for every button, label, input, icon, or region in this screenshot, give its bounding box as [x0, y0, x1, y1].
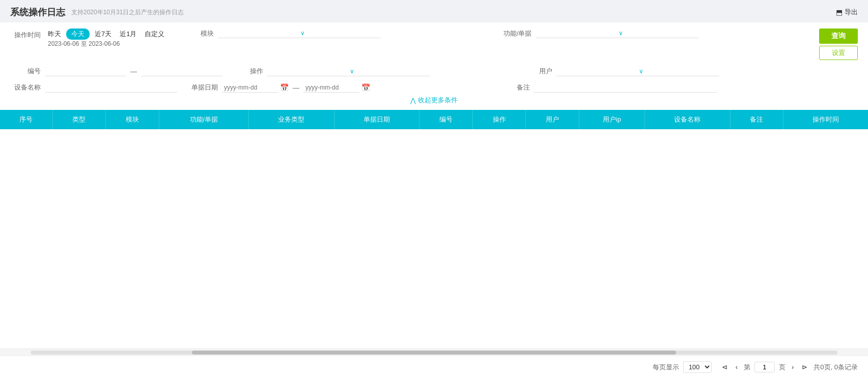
page-size-label: 每页显示	[653, 363, 679, 372]
filter-panel: 操作时间 昨天 今天 近7天 近1月 自定义 2023-06-06 至 2023…	[0, 22, 868, 110]
scrollbar-track	[31, 351, 837, 355]
page-number-input[interactable]	[754, 362, 775, 372]
module-arrow-icon: ∨	[300, 30, 379, 37]
header-left: 系统操作日志 支持2020年10月31日之后产生的操作日志	[10, 6, 184, 18]
pagination-bar: 每页显示 100 50 200 ⊲ ‹ 第 页 › ⊳ 共0页, 0条记录	[0, 356, 868, 378]
table-body	[0, 129, 868, 312]
query-button[interactable]: 查询	[819, 28, 858, 44]
table-header-row: 序号 类型 模块 功能/单据 业务类型 单据日期 编号 操作 用户 用户ip 设…	[0, 110, 868, 129]
time-btn-7days[interactable]: 近7天	[92, 28, 115, 40]
settings-button[interactable]: 设置	[819, 46, 858, 60]
export-icon: ⬒	[836, 8, 843, 16]
time-label: 操作时间	[10, 31, 41, 40]
scrollbar-thumb[interactable]	[192, 351, 676, 355]
collapse-button[interactable]: ⋀ 收起更多条件	[410, 96, 458, 105]
number-label: 编号	[10, 67, 41, 76]
time-btn-1month[interactable]: 近1月	[117, 28, 139, 40]
date-from-calendar-icon[interactable]: 📅	[280, 83, 289, 92]
date-input-group: 📅 — 📅	[222, 83, 370, 93]
page-container: 系统操作日志 支持2020年10月31日之后产生的操作日志 ⬒ 导出 操作时间 …	[0, 0, 868, 378]
scrollbar-area[interactable]	[0, 348, 868, 356]
date-to-calendar-icon[interactable]: 📅	[361, 83, 370, 92]
page-unit: 页	[779, 363, 786, 372]
col-user: 用户	[526, 110, 579, 129]
page-size-select[interactable]: 100 50 200	[683, 361, 712, 373]
operation-select[interactable]: ∨	[267, 67, 430, 76]
col-func: 功能/单据	[159, 110, 248, 129]
col-user-ip: 用户ip	[579, 110, 645, 129]
date-from-input[interactable]	[222, 83, 278, 93]
number-from-input[interactable]	[45, 66, 126, 76]
last-page-button[interactable]: ⊳	[800, 362, 809, 372]
time-btn-custom[interactable]: 自定义	[142, 28, 167, 40]
page-summary: 共0页, 0条记录	[814, 363, 858, 372]
table-container: 序号 类型 模块 功能/单据 业务类型 单据日期 编号 操作 用户 用户ip 设…	[0, 110, 868, 348]
page-title: 系统操作日志	[10, 6, 65, 18]
date-to-input[interactable]	[303, 83, 359, 93]
user-label: 用户	[522, 67, 552, 76]
module-label: 模块	[183, 29, 214, 38]
date-label: 单据日期	[187, 83, 218, 92]
page-header: 系统操作日志 支持2020年10月31日之后产生的操作日志 ⬒ 导出	[0, 0, 868, 22]
col-business-type: 业务类型	[249, 110, 334, 129]
prev-page-button[interactable]: ‹	[734, 362, 740, 372]
collapse-chevron-icon: ⋀	[410, 97, 416, 104]
collapse-label: 收起更多条件	[418, 96, 458, 105]
date-dash: —	[293, 84, 299, 92]
time-btn-today[interactable]: 今天	[66, 28, 90, 40]
operation-label: 操作	[233, 67, 263, 76]
user-select[interactable]: ∨	[556, 67, 719, 76]
col-operation: 操作	[472, 110, 525, 129]
number-range-dash: —	[130, 68, 137, 75]
device-label: 设备名称	[10, 83, 41, 92]
col-type: 类型	[52, 110, 105, 129]
func-label: 功能/单据	[501, 29, 532, 38]
col-module: 模块	[106, 110, 159, 129]
col-device: 设备名称	[645, 110, 730, 129]
col-index: 序号	[0, 110, 52, 129]
export-button[interactable]: ⬒ 导出	[836, 8, 858, 17]
data-table: 序号 类型 模块 功能/单据 业务类型 单据日期 编号 操作 用户 用户ip 设…	[0, 110, 868, 312]
action-buttons: 查询 设置	[819, 28, 858, 60]
remark-input[interactable]	[534, 82, 717, 93]
table-header: 序号 类型 模块 功能/单据 业务类型 单据日期 编号 操作 用户 用户ip 设…	[0, 110, 868, 129]
next-page-button[interactable]: ›	[790, 362, 796, 372]
device-input[interactable]	[45, 82, 177, 93]
export-label: 导出	[845, 8, 858, 17]
remark-label: 备注	[499, 83, 530, 92]
col-remark: 备注	[730, 110, 783, 129]
module-select[interactable]: ∨	[218, 28, 381, 38]
number-to-input[interactable]	[141, 66, 222, 76]
page-subtitle: 支持2020年10月31日之后产生的操作日志	[71, 8, 184, 17]
func-select[interactable]: ∨	[536, 28, 699, 38]
page-label: 第	[744, 363, 750, 372]
func-arrow-icon: ∨	[619, 30, 697, 37]
col-op-time: 操作时间	[783, 110, 868, 129]
time-btn-yesterday[interactable]: 昨天	[45, 28, 64, 40]
time-range-text: 2023-06-06 至 2023-06-06	[48, 40, 167, 48]
collapse-row: ⋀ 收起更多条件	[0, 93, 868, 110]
operation-arrow-icon: ∨	[350, 68, 428, 75]
first-page-button[interactable]: ⊲	[720, 362, 730, 372]
col-date: 单据日期	[334, 110, 419, 129]
user-arrow-icon: ∨	[639, 68, 717, 75]
col-number: 编号	[419, 110, 472, 129]
